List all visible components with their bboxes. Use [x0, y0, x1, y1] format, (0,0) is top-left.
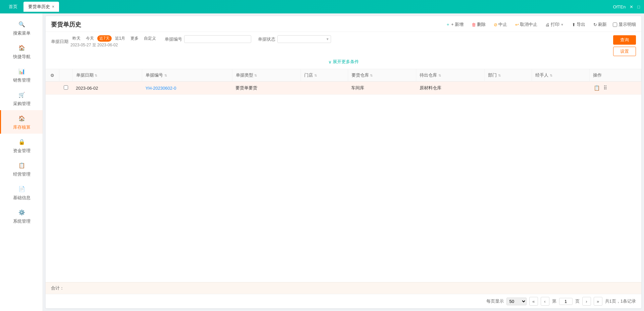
page-input[interactable] [559, 298, 573, 305]
th-department-label: 部门 [488, 73, 497, 78]
first-page-btn[interactable]: « [529, 297, 538, 306]
sort-department-icon: ⇅ [498, 74, 501, 77]
pagination-info: 共1页，1条记录 [605, 298, 636, 304]
filter-docstatus-wrapper: ▼ [277, 35, 331, 43]
sidebar-item-fund-mgmt[interactable]: 🔒 资金管理 [0, 134, 43, 157]
tab-home[interactable]: 首页 [4, 2, 22, 12]
th-doc-date[interactable]: 单据日期 ⇅ [72, 69, 142, 82]
sidebar-item-operations-mgmt[interactable]: 📋 经营管理 [0, 157, 43, 181]
date-range-text: 2023-05-27 至 2023-06-02 [70, 42, 158, 48]
th-req-warehouse[interactable]: 要货仓库 ⇅ [348, 69, 416, 82]
row-handler [532, 82, 590, 95]
date-quick-btns: 昨天 今天 近7天 近1月 更多 自定义 2023-05-27 至 2023-0… [70, 35, 158, 48]
display-detail-checkbox[interactable] [613, 23, 617, 27]
date-btn-custom[interactable]: 自定义 [142, 35, 158, 42]
cancel-stop-icon: ↩ [515, 22, 519, 27]
sys-mgmt-icon: ⚙️ [17, 208, 26, 217]
sidebar-item-sys-mgmt[interactable]: ⚙️ 系统管理 [0, 204, 43, 228]
last-page-btn[interactable]: » [594, 297, 602, 306]
summary-label: 合计： [51, 285, 64, 291]
table-area: ⚙ 单据日期 ⇅ 单据编号 ⇅ 单据类型 ⇅ [46, 69, 641, 282]
filter-docnum-item: 单据编号 [165, 35, 251, 43]
sort-pending-warehouse-icon: ⇅ [438, 74, 441, 77]
sort-doc-num-icon: ⇅ [164, 74, 167, 77]
new-button[interactable]: ＋ + 新增 [444, 20, 466, 29]
export-button[interactable]: ⬆ 导出 [570, 20, 587, 29]
th-department[interactable]: 部门 ⇅ [485, 69, 532, 82]
date-btn-yesterday[interactable]: 昨天 [70, 35, 83, 42]
sidebar-item-purchase-mgmt-label: 采购管理 [13, 101, 31, 107]
date-btn-more[interactable]: 更多 [128, 35, 141, 42]
sidebar-item-search-menu[interactable]: 🔍 搜索菜单 [0, 16, 43, 40]
filter-date-label: 单据日期 [51, 39, 68, 45]
cancel-stop-button[interactable]: ↩ 取消中止 [513, 20, 539, 29]
row-doc-num[interactable]: YH-20230602-0 [142, 82, 232, 95]
print-button[interactable]: 🖨 打印 ▼ [543, 20, 566, 29]
row-more-icon[interactable]: ⠿ [603, 84, 608, 92]
display-detail-toggle[interactable]: 显示明细 [613, 21, 636, 28]
page-title: 要货单历史 [51, 20, 81, 29]
filter-area: 单据日期 昨天 今天 近7天 近1月 更多 自定义 2023-05-27 至 2… [46, 32, 641, 69]
th-handler[interactable]: 经手人 ⇅ [532, 69, 590, 82]
per-page-select[interactable]: 20 50 100 [506, 298, 527, 305]
sidebar-item-sales-mgmt[interactable]: 📊 销售管理 [0, 63, 43, 87]
sidebar-item-sys-mgmt-label: 系统管理 [13, 218, 31, 224]
toolbar: ＋ + 新增 🗑 删除 ⊘ 中止 ↩ 取消中止 🖨 打印 [444, 20, 636, 29]
row-edit-icon[interactable]: 📋 [593, 84, 601, 92]
table-row[interactable]: 2023-06-02 YH-20230602-0 要货单要货 车间库 原材料仓库… [46, 82, 641, 95]
basic-info-icon: 📄 [17, 184, 26, 193]
filter-right-btns: 查询 设置 [613, 35, 636, 56]
setting-button[interactable]: 设置 [613, 47, 636, 56]
window-close-icon[interactable]: ✕ [630, 4, 633, 9]
table-settings-icon[interactable]: ⚙ [50, 73, 54, 78]
often-label[interactable]: OfTEn [613, 4, 626, 9]
next-page-btn[interactable]: › [582, 297, 591, 306]
refresh-button[interactable]: ↻ 刷新 [591, 20, 609, 29]
prev-page-btn[interactable]: ‹ [541, 297, 549, 306]
date-btn-today[interactable]: 今天 [84, 35, 96, 42]
th-handler-label: 经手人 [535, 73, 548, 78]
th-req-warehouse-label: 要货仓库 [352, 73, 369, 78]
sidebar-item-inventory-calc[interactable]: 🏠 库存核算 [0, 110, 43, 134]
quick-nav-icon: 🏠 [17, 43, 26, 52]
window-restore-icon[interactable]: □ [637, 4, 640, 9]
footer-summary: 合计： [46, 282, 641, 294]
th-pending-warehouse[interactable]: 待出仓库 ⇅ [416, 69, 485, 82]
content-area: 要货单历史 ＋ + 新增 🗑 删除 ⊘ 中止 ↩ 取消中止 [46, 16, 641, 308]
page-label-after: 页 [575, 298, 580, 304]
query-button[interactable]: 查询 [613, 35, 636, 45]
row-doc-date: 2023-06-02 [72, 82, 142, 95]
tab-requisition-label: 要货单历史 [28, 4, 50, 10]
doc-num-input[interactable] [184, 35, 251, 43]
top-bar: 首页 要货单历史 × OfTEn ✕ □ [0, 0, 644, 13]
date-btn-1month[interactable]: 近1月 [113, 35, 127, 42]
row-checkbox[interactable] [64, 85, 68, 90]
th-doc-num[interactable]: 单据编号 ⇅ [142, 69, 232, 82]
row-req-warehouse: 车间库 [348, 82, 416, 95]
row-actions-cell: 📋 ⠿ [590, 82, 641, 95]
tab-requisition-history[interactable]: 要货单历史 × [23, 2, 59, 12]
purchase-mgmt-icon: 🛒 [17, 90, 26, 99]
tab-close-icon[interactable]: × [52, 4, 54, 9]
sidebar-item-basic-info[interactable]: 📄 基础信息 [0, 181, 43, 204]
th-store[interactable]: 门店 ⇅ [301, 69, 348, 82]
export-label: 导出 [577, 21, 585, 28]
stop-button[interactable]: ⊘ 中止 [492, 20, 509, 29]
sidebar-item-quick-nav[interactable]: 🏠 快捷导航 [0, 40, 43, 63]
sidebar-item-purchase-mgmt[interactable]: 🛒 采购管理 [0, 87, 43, 110]
th-doc-type[interactable]: 单据类型 ⇅ [232, 69, 301, 82]
delete-button[interactable]: 🗑 删除 [470, 20, 488, 29]
refresh-label: 刷新 [598, 21, 607, 28]
export-icon: ⬆ [572, 22, 576, 27]
filter-docstatus-label: 单据状态 [258, 36, 275, 42]
sort-store-icon: ⇅ [314, 74, 317, 77]
date-btn-7days[interactable]: 近7天 [97, 35, 112, 42]
inventory-calc-icon: 🏠 [17, 114, 26, 123]
print-label: 打印 [551, 21, 559, 28]
th-settings: ⚙ [46, 69, 59, 82]
sort-req-warehouse-icon: ⇅ [370, 74, 373, 77]
fund-mgmt-icon: 🔒 [17, 137, 26, 146]
doc-status-select[interactable] [277, 35, 331, 43]
print-dropdown-icon[interactable]: ▼ [560, 23, 564, 27]
expand-more-button[interactable]: ∨ 展开更多条件 [326, 58, 362, 65]
